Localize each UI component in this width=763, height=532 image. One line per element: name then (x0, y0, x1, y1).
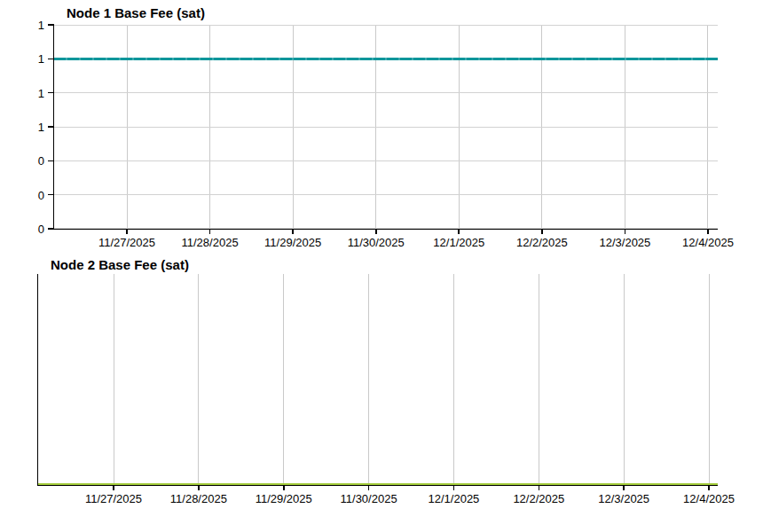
x-axis-tick (707, 229, 709, 234)
x-tick-label: 12/1/2025 (433, 236, 484, 249)
x-axis-tick (113, 485, 114, 490)
x-tick-label: 12/1/2025 (429, 492, 480, 505)
x-grid-line (624, 274, 625, 485)
x-axis-tick (375, 229, 377, 234)
y-grid-line (54, 228, 718, 229)
x-axis-tick (292, 229, 294, 234)
x-tick-label: 11/29/2025 (256, 492, 312, 505)
x-axis-tick (541, 229, 543, 234)
y-tick-label: 1 (38, 19, 44, 32)
x-axis-tick (539, 485, 540, 490)
y-tick-label: 1 (38, 86, 44, 99)
x-tick-label: 12/4/2025 (683, 492, 735, 505)
node1-chart-title: Node 1 Base Fee (sat) (67, 5, 205, 20)
y-tick-label: 1 (38, 52, 44, 66)
x-tick-label: 12/3/2025 (598, 492, 649, 505)
x-tick-label: 11/28/2025 (182, 236, 239, 249)
x-tick-label: 12/2/2025 (513, 492, 564, 505)
y-axis-tick (48, 194, 54, 196)
x-axis-tick (126, 229, 128, 234)
y-tick-label: 0 (38, 223, 44, 236)
y-axis-tick (48, 24, 54, 26)
x-axis-tick (209, 229, 211, 234)
x-axis-tick (458, 229, 460, 234)
series-line-node1 (54, 58, 718, 60)
y-axis-tick (48, 160, 54, 162)
x-tick-label: 12/3/2025 (599, 236, 650, 249)
x-grid-line (368, 274, 369, 485)
x-axis-tick (625, 229, 626, 234)
x-grid-line (283, 274, 284, 485)
x-axis-tick (198, 485, 200, 490)
x-tick-label: 11/27/2025 (98, 236, 155, 249)
node2-plot-area: 11/27/202511/28/202511/29/202511/30/2025… (37, 274, 718, 486)
x-axis-tick (708, 485, 710, 490)
y-grid-line (54, 92, 718, 93)
series-line-node2 (38, 483, 718, 485)
x-grid-line (453, 274, 454, 485)
x-grid-line (198, 274, 199, 485)
y-tick-label: 1 (38, 121, 44, 134)
x-tick-label: 11/30/2025 (348, 236, 405, 249)
x-axis-tick (283, 485, 285, 490)
node2-chart-title: Node 2 Base Fee (sat) (51, 257, 189, 272)
x-tick-label: 12/2/2025 (516, 236, 568, 249)
y-tick-label: 0 (38, 154, 44, 168)
y-axis-tick (48, 228, 54, 230)
x-grid-line (539, 274, 539, 485)
x-tick-label: 11/28/2025 (170, 492, 227, 505)
x-axis-tick (368, 485, 370, 490)
y-tick-label: 0 (38, 188, 44, 201)
y-grid-line (54, 127, 718, 128)
x-axis-tick (623, 485, 625, 490)
y-grid-line (54, 160, 718, 161)
y-grid-line (54, 194, 718, 195)
x-tick-label: 11/29/2025 (264, 236, 321, 249)
y-axis-tick (48, 59, 54, 60)
y-axis-tick (48, 92, 54, 94)
dual-base-fee-charts: Node 1 Base Fee (sat) 11/27/202511/28/20… (0, 0, 763, 532)
x-grid-line (114, 274, 114, 485)
y-axis-tick (48, 126, 54, 128)
x-tick-label: 12/4/2025 (682, 236, 734, 249)
x-grid-line (709, 274, 710, 485)
node1-plot-area: 11/27/202511/28/202511/29/202511/30/2025… (53, 25, 718, 230)
x-axis-tick (453, 485, 455, 490)
y-grid-line (54, 25, 718, 26)
x-tick-label: 11/30/2025 (341, 492, 397, 505)
x-tick-label: 11/27/2025 (85, 492, 142, 505)
